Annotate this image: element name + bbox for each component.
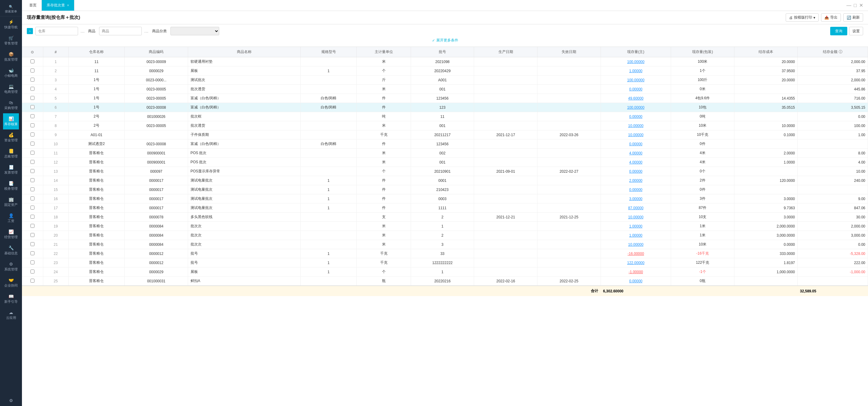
tab-close-inventory-batch[interactable]: ✕ [67, 4, 69, 7]
row-qty-main[interactable]: 0.00000 [600, 276, 671, 286]
category-filter[interactable] [170, 27, 219, 35]
tab-inventory-batch[interactable]: 库存批次查✕ [42, 0, 74, 11]
sidebar-item-basic[interactable]: 🔧基础信息 [3, 242, 19, 259]
col-cost[interactable]: 结存成本 [734, 47, 798, 57]
row-check[interactable] [22, 249, 43, 258]
row-check[interactable] [22, 240, 43, 249]
col-name[interactable]: 商品名称 [188, 47, 300, 57]
row-check[interactable] [22, 94, 43, 103]
sidebar-item-fixed[interactable]: 🏢固定资产 [3, 194, 19, 210]
warehouse-filter[interactable] [35, 27, 78, 35]
row-check[interactable] [22, 130, 43, 139]
row-qty-main[interactable]: 10.00000 [600, 121, 671, 130]
row-qty-main[interactable]: 100.00000 [600, 103, 671, 112]
search-button[interactable]: 查询 [830, 27, 847, 35]
window-close[interactable]: ✕ [859, 2, 863, 8]
row-qty-main[interactable]: 2.00000 [600, 176, 671, 185]
row-check[interactable] [22, 176, 43, 185]
goods-filter[interactable] [99, 27, 142, 35]
col-warehouse[interactable]: 仓库名称 [68, 47, 125, 57]
sidebar-item-hr[interactable]: 👤工资 [3, 210, 19, 226]
sidebar-item-finance[interactable]: 💰资金管理 [3, 130, 19, 145]
export-button[interactable]: 📤 导出 [821, 13, 841, 22]
sidebar-item-accounting[interactable]: 📒总账管理 [3, 145, 19, 162]
refresh-button[interactable]: 🔄 刷新 [843, 13, 863, 22]
sidebar-item-tax[interactable]: 📑税务管理 [3, 178, 19, 194]
row-qty-main[interactable]: 3.00000 [600, 194, 671, 203]
print-button[interactable]: 🖨 按模版打印 ▾ [786, 13, 818, 22]
row-qty-main[interactable]: 1.00000 [600, 222, 671, 231]
row-qty-main[interactable]: 0.00000 [600, 112, 671, 121]
row-check[interactable] [22, 75, 43, 85]
sidebar-search[interactable]: 🔍 搜索菜单 [0, 2, 22, 16]
col-exp[interactable]: 失效日期 [537, 47, 600, 57]
row-qty-main[interactable]: 10.00000 [600, 130, 671, 139]
sidebar-item-manager[interactable]: 📈经营管理 [3, 226, 19, 242]
row-check[interactable] [22, 158, 43, 167]
col-unit[interactable]: 主计量单位 [357, 47, 411, 57]
window-minimize[interactable]: — [846, 3, 851, 8]
sidebar-item-invoice[interactable]: 🧾发票管理 [3, 162, 19, 178]
sidebar-item-inventory[interactable]: 📊库存核算 [3, 113, 19, 130]
row-check[interactable] [22, 267, 43, 276]
col-code[interactable]: 商品编码 [125, 47, 188, 57]
sidebar-item-ecommerce[interactable]: 💻电商管理 [3, 81, 19, 97]
col-batch[interactable]: 批号 [411, 47, 474, 57]
row-check[interactable] [22, 276, 43, 286]
row-check[interactable] [22, 258, 43, 267]
row-qty-main[interactable]: -16.00000 [600, 249, 671, 258]
col-amount[interactable]: 结存金额 ⓘ [798, 47, 868, 57]
row-qty-main[interactable]: 0.00000 [600, 85, 671, 94]
row-check[interactable] [22, 85, 43, 94]
row-qty-main[interactable]: 1.00000 [600, 66, 671, 75]
row-qty-main[interactable]: 1.00000 [600, 231, 671, 240]
col-qty[interactable]: 现存量(主) [600, 47, 671, 57]
row-check[interactable] [22, 231, 43, 240]
row-qty-main[interactable]: 4.00000 [600, 158, 671, 167]
row-check[interactable] [22, 121, 43, 130]
tab-home[interactable]: 首页 [24, 0, 42, 11]
expand-more-button[interactable]: ✓ 展开更多条件 [431, 37, 460, 44]
sidebar-item-quick-nav[interactable]: ⚡快捷导航 [3, 16, 19, 33]
row-qty-main[interactable]: 100.00000 [600, 75, 671, 85]
row-check[interactable] [22, 57, 43, 66]
row-qty-main[interactable]: 87.00000 [600, 203, 671, 212]
sidebar-item-cloud[interactable]: ☁云应用 [3, 307, 19, 323]
sidebar-settings[interactable]: ⚙ [0, 395, 22, 406]
col-prod[interactable]: 生产日期 [474, 47, 537, 57]
col-check[interactable]: ⊙ [22, 47, 43, 57]
sidebar-item-system[interactable]: ⚙系统管理 [3, 259, 19, 275]
row-qty-main[interactable]: 10.00000 [600, 212, 671, 222]
row-check[interactable] [22, 103, 43, 112]
sidebar-item-mini-shop[interactable]: 🐋小鲸电商 [3, 65, 19, 81]
sidebar-item-wholesale[interactable]: 📦批发管理 [3, 49, 19, 65]
settings-button[interactable]: 设置 [849, 27, 863, 35]
row-qty-main[interactable]: 10.00000 [600, 240, 671, 249]
row-qty-main[interactable]: 4.00000 [600, 149, 671, 158]
row-qty-main[interactable]: 0.00000 [600, 139, 671, 149]
row-check[interactable] [22, 212, 43, 222]
filter-expand-icon[interactable]: › [27, 28, 33, 34]
row-check[interactable] [22, 139, 43, 149]
row-check[interactable] [22, 167, 43, 176]
row-qty-main[interactable]: 100.00000 [600, 57, 671, 66]
row-qty-main[interactable]: -1.00000 [600, 267, 671, 276]
sidebar-item-retail[interactable]: 🛒零售管理 [3, 33, 19, 49]
row-check[interactable] [22, 222, 43, 231]
row-check[interactable] [22, 194, 43, 203]
row-check[interactable] [22, 66, 43, 75]
row-qty-main[interactable]: 0.00000 [600, 185, 671, 194]
row-qty-main[interactable]: 122.00000 [600, 258, 671, 267]
row-check[interactable] [22, 112, 43, 121]
row-qty-main[interactable]: 0.00000 [600, 167, 671, 176]
col-qty2[interactable]: 现存量(包装) [671, 47, 735, 57]
window-maximize[interactable]: □ [854, 3, 857, 8]
col-spec[interactable]: 规格型号 [300, 47, 357, 57]
row-check[interactable] [22, 203, 43, 212]
sidebar-item-collab[interactable]: 🤝企业协同 [3, 275, 19, 291]
sidebar-item-newbie[interactable]: 📖新手引导 [3, 291, 19, 307]
sidebar-item-purchase[interactable]: 🛍采购管理 [3, 97, 19, 113]
row-check[interactable] [22, 149, 43, 158]
row-check[interactable] [22, 185, 43, 194]
row-qty-main[interactable]: 49.60000 [600, 94, 671, 103]
